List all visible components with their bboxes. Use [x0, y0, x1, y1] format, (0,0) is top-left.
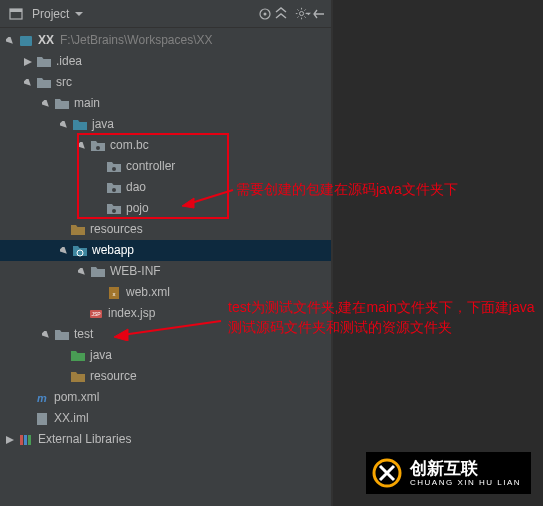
svg-rect-5 — [20, 36, 32, 46]
expand-icon[interactable] — [22, 56, 34, 68]
pom-xml-label: pom.xml — [54, 387, 99, 408]
svg-rect-18 — [24, 435, 27, 445]
resources-folder-icon — [70, 222, 86, 238]
resources-label: resources — [90, 219, 143, 240]
expand-icon[interactable] — [58, 245, 70, 257]
package-icon — [106, 180, 122, 196]
tree-pojo[interactable]: pojo — [0, 198, 331, 219]
expand-icon[interactable] — [4, 434, 16, 446]
tree-test-resource[interactable]: resource — [0, 366, 331, 387]
svg-rect-19 — [28, 435, 31, 445]
com-bc-label: com.bc — [110, 135, 149, 156]
svg-rect-1 — [10, 9, 22, 12]
svg-line-22 — [122, 321, 221, 335]
hide-icon[interactable] — [311, 6, 327, 22]
web-folder-icon — [72, 243, 88, 259]
svg-rect-16 — [37, 413, 47, 425]
java-label: java — [92, 114, 114, 135]
tree-resources[interactable]: resources — [0, 219, 331, 240]
src-label: src — [56, 72, 72, 93]
test-source-folder-icon — [70, 348, 86, 364]
test-label: test — [74, 324, 93, 345]
module-icon — [18, 33, 34, 49]
test-resources-folder-icon — [70, 369, 86, 385]
annotation-text-1: 需要创建的包建在源码java文件夹下 — [236, 180, 541, 200]
package-icon — [106, 159, 122, 175]
svg-point-6 — [96, 146, 100, 150]
main-label: main — [74, 93, 100, 114]
root-label: XX — [38, 30, 54, 51]
root-path: F:\JetBrains\Workspaces\XX — [60, 30, 213, 51]
svg-marker-23 — [114, 329, 128, 341]
package-icon — [106, 201, 122, 217]
folder-icon — [54, 96, 70, 112]
tree-ext-libs[interactable]: External Libraries — [0, 429, 331, 450]
locate-icon[interactable] — [257, 6, 273, 22]
tree-webapp[interactable]: webapp — [0, 240, 331, 261]
brand-logo: 创新互联 CHUANG XIN HU LIAN — [366, 452, 531, 494]
expand-icon[interactable] — [4, 35, 16, 47]
annotation-text-2: test为测试文件夹,建在main文件夹下，下面建java测试源码文件夹和测试的… — [228, 298, 542, 337]
expand-icon[interactable] — [58, 119, 70, 131]
xml-file-icon: x — [106, 285, 122, 301]
pojo-label: pojo — [126, 198, 149, 219]
tree-main[interactable]: main — [0, 93, 331, 114]
library-icon — [18, 432, 34, 448]
tree-com-bc[interactable]: com.bc — [0, 135, 331, 156]
logo-sub: CHUANG XIN HU LIAN — [410, 479, 521, 487]
tree-src[interactable]: src — [0, 72, 331, 93]
tree-web-inf[interactable]: WEB-INF — [0, 261, 331, 282]
iml-file-icon — [34, 411, 50, 427]
chevron-down-icon — [73, 8, 85, 20]
expand-icon[interactable] — [76, 266, 88, 278]
settings-icon[interactable] — [295, 6, 311, 22]
svg-point-9 — [112, 209, 116, 213]
expand-icon[interactable] — [76, 140, 88, 152]
tree-idea[interactable]: .idea — [0, 51, 331, 72]
tree-root[interactable]: XX F:\JetBrains\Workspaces\XX — [0, 30, 331, 51]
tree-xx-iml[interactable]: XX.iml — [0, 408, 331, 429]
web-inf-label: WEB-INF — [110, 261, 161, 282]
test-resource-label: resource — [90, 366, 137, 387]
svg-marker-21 — [182, 198, 194, 208]
folder-icon — [36, 75, 52, 91]
tree-test-java[interactable]: java — [0, 345, 331, 366]
tree-java[interactable]: java — [0, 114, 331, 135]
svg-point-7 — [112, 167, 116, 171]
dao-label: dao — [126, 177, 146, 198]
annotation-arrow-2 — [108, 315, 226, 341]
logo-brand: 创新互联 — [410, 460, 478, 477]
test-java-label: java — [90, 345, 112, 366]
svg-point-8 — [112, 188, 116, 192]
tree-pom-xml[interactable]: m pom.xml — [0, 387, 331, 408]
expand-icon[interactable] — [40, 98, 52, 110]
folder-icon — [36, 54, 52, 70]
project-icon — [8, 6, 24, 22]
svg-line-20 — [188, 190, 233, 204]
webapp-label: webapp — [92, 240, 134, 261]
svg-point-4 — [300, 11, 304, 15]
folder-icon — [90, 264, 106, 280]
project-view-selector[interactable]: Project — [4, 4, 91, 24]
package-icon — [90, 138, 106, 154]
collapse-all-icon[interactable] — [273, 6, 289, 22]
controller-label: controller — [126, 156, 175, 177]
xx-iml-label: XX.iml — [54, 408, 89, 429]
svg-text:JSP: JSP — [91, 311, 101, 317]
annotation-arrow-1 — [178, 180, 238, 210]
idea-label: .idea — [56, 51, 82, 72]
svg-rect-17 — [20, 435, 23, 445]
web-xml-label: web.xml — [126, 282, 170, 303]
tree-controller[interactable]: controller — [0, 156, 331, 177]
project-tree[interactable]: XX F:\JetBrains\Workspaces\XX .idea src … — [0, 28, 331, 506]
project-toolbar: Project — [0, 0, 331, 28]
project-view-label: Project — [32, 7, 69, 21]
svg-point-3 — [264, 12, 267, 15]
logo-mark-icon — [372, 458, 402, 488]
svg-text:m: m — [37, 392, 47, 404]
maven-file-icon: m — [34, 390, 50, 406]
folder-icon — [54, 327, 70, 343]
expand-icon[interactable] — [22, 77, 34, 89]
expand-icon[interactable] — [40, 329, 52, 341]
source-folder-icon — [72, 117, 88, 133]
